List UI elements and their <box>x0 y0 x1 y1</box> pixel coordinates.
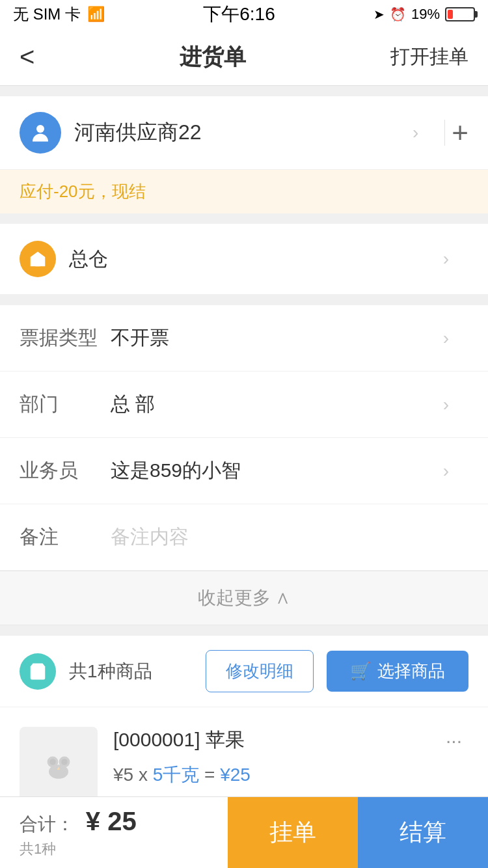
home-icon <box>28 249 47 269</box>
wifi-icon: 📶 <box>87 6 105 23</box>
bottom-bar: 合计： ¥ 25 共1种 挂单 结算 <box>0 796 488 868</box>
svg-rect-1 <box>35 260 40 266</box>
cart-icon: 🛒 <box>350 661 371 681</box>
svg-point-5 <box>49 759 56 765</box>
battery-icon <box>445 7 475 21</box>
warehouse-section: 总仓 › <box>0 224 488 295</box>
add-supplier-button[interactable]: + <box>452 116 468 149</box>
section-gap-2 <box>0 213 488 224</box>
supplier-section: 河南供应商22 › + 应付-20元，现结 <box>0 96 488 213</box>
carrier-label: 无 SIM 卡 <box>13 4 81 25</box>
supplier-row[interactable]: 河南供应商22 › + <box>0 96 488 170</box>
invoice-type-value: 不开票 <box>111 325 443 351</box>
invoice-type-row[interactable]: 票据类型 不开票 › <box>0 305 488 372</box>
supplier-avatar <box>20 112 61 154</box>
department-chevron-icon: › <box>443 394 449 415</box>
chevron-right-icon: › <box>413 122 418 143</box>
invoice-chevron-icon: › <box>443 328 449 349</box>
status-right: ➤ ⏰ 19% <box>373 6 475 23</box>
product-quantity: 5千克 <box>153 765 200 785</box>
time-label: 下午6:16 <box>203 2 275 27</box>
owl-logo-icon <box>39 746 78 785</box>
collapse-label: 收起更多 ∧ <box>198 586 291 610</box>
product-more-button[interactable]: ··· <box>439 727 468 754</box>
product-total: ¥25 <box>220 765 251 785</box>
salesperson-value: 这是859的小智 <box>111 457 443 484</box>
supplier-name: 河南供应商22 <box>74 118 413 147</box>
total-section: 合计： ¥ 25 共1种 <box>0 807 228 859</box>
warehouse-name: 总仓 <box>69 246 443 273</box>
product-code: [0000001] <box>113 729 200 750</box>
multiply-sign: x <box>139 765 153 785</box>
total-count: 共1种 <box>20 839 208 859</box>
warehouse-chevron-icon: › <box>443 249 449 269</box>
hang-button[interactable]: 挂单 <box>228 797 358 869</box>
salesperson-label: 业务员 <box>20 457 111 484</box>
department-label: 部门 <box>20 391 111 418</box>
alarm-icon: ⏰ <box>390 7 406 22</box>
remark-input[interactable]: 备注内容 <box>111 524 468 550</box>
salesperson-chevron-icon: › <box>443 461 449 481</box>
open-hang-button[interactable]: 打开挂单 <box>390 44 468 70</box>
section-gap-3 <box>0 295 488 305</box>
edit-detail-button[interactable]: 修改明细 <box>206 650 314 692</box>
total-line: 合计： ¥ 25 <box>20 807 208 837</box>
product-header: 共1种商品 修改明细 🛒 选择商品 <box>0 636 488 707</box>
salesperson-row[interactable]: 业务员 这是859的小智 › <box>0 438 488 504</box>
product-price: ¥5 x 5千克 = ¥25 <box>113 763 424 787</box>
product-count: 共1种商品 <box>69 659 193 684</box>
location-icon: ➤ <box>373 7 385 22</box>
product-unit-price: ¥5 <box>113 765 133 785</box>
invoice-type-label: 票据类型 <box>20 325 111 351</box>
warehouse-icon <box>20 241 56 277</box>
status-left: 无 SIM 卡 📶 <box>13 4 105 25</box>
total-amount: ¥ 25 <box>86 807 137 835</box>
remark-row[interactable]: 备注 备注内容 <box>0 504 488 571</box>
nav-bar: < 进货单 打开挂单 <box>0 29 488 86</box>
section-gap-4 <box>0 625 488 636</box>
vertical-divider <box>444 120 445 146</box>
svg-point-0 <box>36 125 44 133</box>
select-product-label: 选择商品 <box>377 660 445 683</box>
status-bar: 无 SIM 卡 📶 下午6:16 ➤ ⏰ 19% <box>0 0 488 29</box>
battery-percent: 19% <box>411 6 440 23</box>
settle-button[interactable]: 结算 <box>358 797 488 869</box>
person-icon <box>29 121 52 144</box>
page-title: 进货单 <box>180 42 246 72</box>
product-name: [0000001] 苹果 <box>113 727 424 753</box>
select-product-button[interactable]: 🛒 选择商品 <box>327 651 468 692</box>
remark-label: 备注 <box>20 524 111 550</box>
back-button[interactable]: < <box>20 42 34 72</box>
department-value: 总 部 <box>111 391 443 418</box>
product-thumbnail <box>20 727 98 805</box>
department-row[interactable]: 部门 总 部 › <box>0 372 488 438</box>
collapse-row[interactable]: 收起更多 ∧ <box>0 571 488 625</box>
total-label: 合计： <box>20 814 74 834</box>
equals-sign: = <box>204 765 220 785</box>
product-display-name: 苹果 <box>206 729 245 750</box>
warehouse-row[interactable]: 总仓 › <box>0 224 488 295</box>
product-icon <box>20 653 56 690</box>
product-info: [0000001] 苹果 ¥5 x 5千克 = ¥25 <box>113 727 424 787</box>
bag-icon <box>28 662 47 681</box>
payment-info: 应付-20元，现结 <box>0 170 488 213</box>
section-gap-1 <box>0 86 488 96</box>
svg-point-6 <box>61 759 68 765</box>
form-section: 票据类型 不开票 › 部门 总 部 › 业务员 这是859的小智 › 备注 备注… <box>0 305 488 571</box>
